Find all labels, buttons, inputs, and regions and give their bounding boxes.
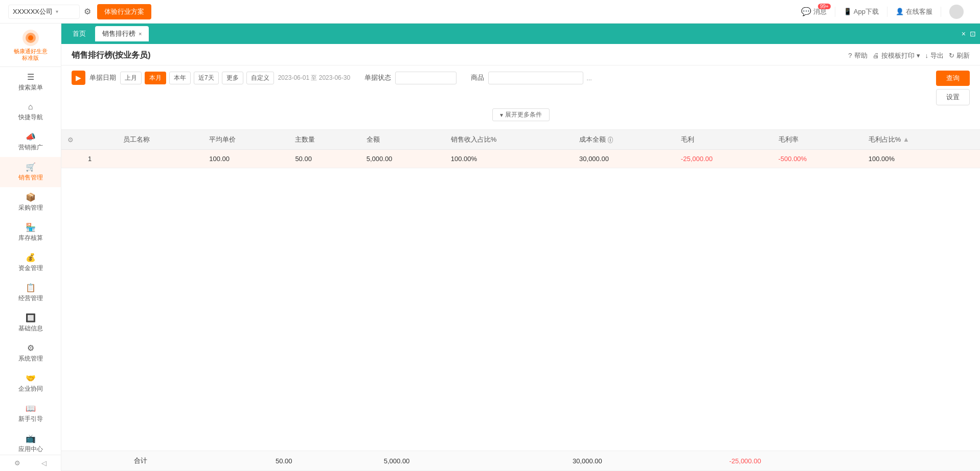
sidebar-bottom: ⚙ ◁ [0,455,61,471]
table-container: ⚙ 员工名称 平均单价 主数量 全额 销售收入占比% 成本全额 i 毛利 毛利率… [61,130,980,451]
minimize-icon[interactable]: × [962,30,966,38]
sidebar-item-finance[interactable]: 💰 资金管理 [0,248,61,278]
footer-quantity: 50.00 [269,451,378,471]
logo-title: 畅康通好生意 标准版 [14,48,48,61]
table-header: ⚙ 员工名称 平均单价 主数量 全额 销售收入占比% 成本全额 i 毛利 毛利率… [61,130,980,150]
expand-chevron-icon: ▾ [500,111,503,119]
cell-settings [61,150,82,168]
home-icon: ⌂ [28,102,33,111]
query-button[interactable]: 查询 [936,71,970,86]
app-download-button[interactable]: 📱 App下载 [844,7,879,16]
th-amount: 全额 [360,130,445,150]
date-custom-btn[interactable]: 自定义 [246,72,274,84]
footer-avg [223,451,269,471]
message-button[interactable]: 💬 消息 99+ [801,7,827,16]
export-button[interactable]: ↓ 导出 [925,51,944,60]
sidebar-label-system: 系统管理 [18,354,43,363]
sidebar-item-marketing[interactable]: 📣 营销推广 [0,127,61,157]
print-icon: 🖨 [873,52,879,59]
help-button[interactable]: ? 帮助 [848,51,867,60]
table-body: 1 100.00 50.00 5,000.00 100.00% 30,000.0… [61,150,980,168]
sidebar-label-search: 搜索菜单 [18,83,43,92]
date-this-year-btn[interactable]: 本年 [169,72,191,84]
sidebar-item-app-center[interactable]: 📺 应用中心 [0,429,61,455]
sidebar-label-purchase: 采购管理 [18,204,43,212]
date-this-month-btn[interactable]: 本月 [145,72,166,84]
search-menu-icon: ☰ [27,72,34,82]
table-settings-icon[interactable]: ⚙ [67,136,74,144]
expand-more-button[interactable]: ▾ 展开更多条件 [492,108,550,121]
online-service-icon: 👤 [896,8,904,15]
sidebar-item-system[interactable]: ⚙ 系统管理 [0,338,61,368]
settings-icon[interactable]: ⚙ [84,7,91,16]
sidebar-item-sales[interactable]: 🛒 销售管理 [0,157,61,187]
print-button[interactable]: 🖨 按模板打印 ▾ [873,51,920,60]
date-7days-btn[interactable]: 近7天 [194,72,219,84]
page-actions: ? 帮助 🖨 按模板打印 ▾ ↓ 导出 ↻ 刷新 [848,51,970,60]
tab-close-icon[interactable]: × [139,31,142,37]
avatar[interactable] [949,5,964,19]
page-header: 销售排行榜(按业务员) ? 帮助 🖨 按模板打印 ▾ ↓ 导出 [61,44,980,65]
status-select[interactable] [395,72,457,84]
footer-row: 合计 50.00 5,000.00 30,000.00 -25,000.00 [61,451,980,471]
cell-quantity: 50.00 [289,150,360,168]
finance-icon: 💰 [26,253,36,262]
data-table: ⚙ 员工名称 平均单价 主数量 全额 销售收入占比% 成本全额 i 毛利 毛利率… [61,130,980,168]
sidebar-item-quick-nav[interactable]: ⌂ 快捷导航 [0,97,61,127]
th-quantity: 主数量 [289,130,360,150]
date-prev-month-btn[interactable]: 上月 [120,72,142,84]
sales-icon: 🛒 [26,162,36,172]
cell-rank: 1 [82,150,117,168]
footer-cell-spacer [61,451,82,471]
filter-settings-button[interactable]: 设置 [936,89,970,105]
date-more-btn[interactable]: 更多 [222,72,243,84]
sidebar: 畅康通好生意 标准版 ☰ 搜索菜单 ⌂ 快捷导航 📣 营销推广 � [0,24,61,471]
cell-gross-pct: 100.00% [862,150,980,168]
gross-pct-sort-icon[interactable]: ▲ [903,136,909,143]
filter-right-buttons: 查询 设置 [936,71,970,105]
sidebar-item-operations[interactable]: 📋 经营管理 [0,278,61,308]
online-service-button[interactable]: 👤 在线客服 [896,7,932,16]
sidebar-item-search[interactable]: ☰ 搜索菜单 [0,67,61,97]
trial-button[interactable]: 体验行业方案 [97,4,151,19]
guide-icon: 📖 [26,403,36,413]
sidebar-item-purchase[interactable]: 📦 采购管理 [0,187,61,217]
cell-avg-price: 100.00 [203,150,289,168]
refresh-icon: ↻ [949,52,954,59]
tab-sales-rank[interactable]: 销售排行榜 × [95,26,149,41]
cell-cost: 30,000.00 [573,150,675,168]
content-area: 首页 销售排行榜 × × ⊡ 销售排行榜(按业务员) ? 帮助 [61,24,980,471]
company-selector[interactable]: XXXXXX公司 ▾ [8,5,80,19]
page-title: 销售排行榜(按业务员) [72,50,151,61]
sidebar-item-inventory[interactable]: 🏪 库存核算 [0,217,61,248]
maximize-icon[interactable]: ⊡ [970,30,976,38]
th-gross-rate: 毛利率 [772,130,862,150]
cost-info-icon[interactable]: i [608,137,613,143]
th-settings[interactable]: ⚙ [61,130,82,150]
sidebar-item-enterprise[interactable]: 🤝 企业协同 [0,368,61,398]
chevron-down-icon: ▾ [56,9,58,14]
refresh-button[interactable]: ↻ 刷新 [949,51,970,60]
cell-name [117,150,203,168]
cell-sales-pct: 100.00% [445,150,573,168]
expand-row: ▾ 展开更多条件 [72,105,970,124]
app-download-label: App下载 [854,7,879,16]
goods-input[interactable] [488,72,583,84]
print-chevron-icon: ▾ [917,52,920,59]
sidebar-item-guide[interactable]: 📖 新手引导 [0,398,61,429]
sidebar-label-guide: 新手引导 [18,415,43,423]
filter-expand-arrow[interactable]: ▶ [72,71,85,85]
th-avg-price: 平均单价 [203,130,289,150]
tab-home[interactable]: 首页 [65,26,93,41]
sidebar-item-basic-info[interactable]: 🔲 基础信息 [0,308,61,338]
goods-more-icon[interactable]: ... [586,74,592,82]
sidebar-collapse-icon[interactable]: ◁ [41,459,47,467]
sidebar-nav: ☰ 搜索菜单 ⌂ 快捷导航 📣 营销推广 🛒 销售管理 📦 采购管理 [0,67,61,455]
divider [835,7,835,17]
operations-icon: 📋 [26,283,36,293]
sidebar-label-finance: 资金管理 [18,264,43,273]
app-download-icon: 📱 [844,8,852,15]
inventory-icon: 🏪 [26,222,36,232]
footer-gross-rate [888,451,934,471]
sidebar-settings-icon[interactable]: ⚙ [14,459,20,467]
